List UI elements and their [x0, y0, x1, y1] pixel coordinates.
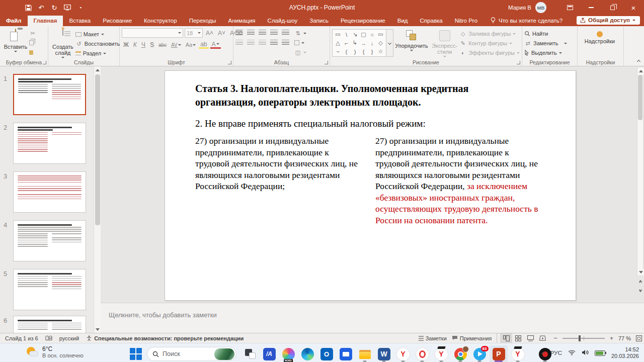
thumbnail-preview[interactable] — [13, 123, 86, 164]
addins-button[interactable]: Надстройки — [580, 28, 620, 45]
clock[interactable]: 14:52 20.03.2026 — [611, 346, 639, 359]
save-icon[interactable] — [24, 4, 32, 12]
bullets-icon[interactable] — [235, 30, 243, 36]
arc-shape-icon[interactable]: ( — [342, 47, 351, 56]
italic-button[interactable]: К — [132, 41, 138, 49]
quick-styles-button[interactable]: Экспресс-стили — [430, 28, 459, 58]
undo-icon[interactable]: ↶ — [37, 4, 45, 12]
bold-button[interactable]: Ж — [122, 41, 130, 49]
paragraph-dialog-launcher[interactable] — [325, 61, 328, 64]
customize-qat-icon[interactable]: ▪ — [76, 4, 85, 12]
scroll-down-icon[interactable] — [637, 268, 644, 276]
replace-button[interactable]: ⇄Заменить — [524, 39, 567, 47]
ms-store-taskbar-button[interactable] — [337, 345, 355, 362]
volume-icon[interactable] — [582, 349, 589, 356]
thumbnail-scroll-down-icon[interactable] — [94, 326, 101, 333]
highlight-color-icon[interactable]: ab — [199, 41, 208, 49]
new-slide-button[interactable]: Создать слайд — [50, 28, 75, 59]
arrange-button[interactable]: Упорядочить — [393, 28, 430, 52]
shape-outline-button[interactable]: ✎Контур фигуры — [459, 39, 520, 47]
ribbon-tab-1[interactable]: Файл — [0, 16, 28, 26]
ribbon-tab-13[interactable]: Nitro Pro — [449, 16, 484, 26]
reset-button[interactable]: ↺Восстановить — [75, 40, 120, 48]
yandex-edu-2-taskbar-button[interactable]: Y — [509, 345, 527, 362]
ribbon-display-options-icon[interactable] — [559, 0, 581, 15]
spell-check-icon[interactable] — [45, 335, 52, 341]
close-button[interactable]: × — [623, 0, 644, 15]
wifi-icon[interactable] — [568, 350, 576, 356]
tray-overflow-icon[interactable] — [542, 350, 544, 356]
task-view-taskbar-button[interactable] — [241, 345, 259, 362]
select-button[interactable]: Выделить — [524, 49, 567, 57]
convert-smartart-button[interactable]: ◫ — [294, 48, 306, 56]
telegram-taskbar-button[interactable]: 83 — [470, 345, 489, 362]
zoom-slider[interactable] — [562, 338, 605, 339]
font-color-icon[interactable]: A — [210, 41, 221, 49]
elbow-connector-shape-icon[interactable]: ⌐ — [342, 39, 351, 47]
find-button[interactable]: Найти — [524, 30, 567, 38]
increase-font-icon[interactable]: A˄ — [204, 29, 215, 37]
slide-vertical-scrollbar[interactable] — [637, 67, 643, 276]
slide-subtitle[interactable]: 2. Не вправе применять специальный налог… — [195, 118, 547, 129]
next-slide-button[interactable] — [637, 287, 643, 293]
shape-fill-button[interactable]: ◇Заливка фигуры — [459, 30, 520, 38]
decrease-font-icon[interactable]: A˅ — [216, 29, 227, 37]
paste-button[interactable]: Вставить — [2, 28, 29, 53]
tell-me-box[interactable]: Что вы хотите сделать? — [484, 15, 568, 26]
minimize-button[interactable] — [581, 0, 602, 15]
underline-button[interactable]: Ч — [140, 41, 147, 49]
line-shape-icon[interactable]: \ — [342, 30, 351, 39]
file-explorer-taskbar-button[interactable] — [356, 345, 374, 362]
triangle-shape-icon[interactable]: △ — [334, 39, 342, 47]
ribbon-tab-8[interactable]: Слайд-шоу — [262, 16, 304, 26]
slide-left-column[interactable]: 27) организации и индивидуальные предпри… — [195, 135, 363, 192]
account-avatar[interactable]: МВ — [535, 2, 546, 13]
account-name[interactable]: Мария В — [508, 5, 531, 11]
slide-editor[interactable]: Статья 3. Налогоплательщики. Уполномочен… — [165, 70, 576, 301]
ribbon-tab-4[interactable]: Рисование — [97, 16, 138, 26]
align-center-icon[interactable] — [247, 40, 255, 46]
slide-title[interactable]: Статья 3. Налогоплательщики. Уполномочен… — [195, 82, 522, 109]
thumbnail-panel-scrollbar[interactable] — [94, 66, 101, 333]
collapse-ribbon-icon[interactable] — [637, 60, 640, 63]
text-direction-button[interactable]: ⇅ — [294, 29, 306, 37]
battery-icon[interactable] — [595, 350, 605, 356]
ribbon-tab-9[interactable]: Запись — [303, 16, 335, 26]
slide-right-column[interactable]: 27) организации и индивидуальные предпри… — [375, 135, 543, 226]
share-button[interactable]: Общий доступ — [577, 16, 640, 25]
thumbnail-scroll-up-icon[interactable] — [94, 66, 101, 73]
accessibility-checker[interactable]: Специальные возможности: проверьте реком… — [86, 335, 244, 341]
ribbon-tab-6[interactable]: Переходы — [183, 16, 222, 26]
shapes-gallery-more-icon[interactable] — [386, 29, 393, 57]
notes-pane[interactable]: Щелкните, чтобы добавить заметки — [101, 303, 644, 333]
powerpoint-taskbar-button[interactable]: P — [490, 345, 508, 362]
ribbon-tab-2[interactable]: Главная — [28, 16, 63, 26]
thumbnail-preview[interactable] — [13, 269, 86, 310]
zoom-out-icon[interactable]: − — [553, 334, 557, 342]
shape-effects-button[interactable]: ◐Эффекты фигуры — [459, 49, 520, 57]
restore-button[interactable] — [602, 0, 623, 15]
line-arrow-shape-icon[interactable]: ↘ — [351, 30, 359, 39]
elbow-arrow-shape-icon[interactable]: ↳ — [351, 39, 359, 47]
left-brace-shape-icon[interactable]: { — [359, 47, 368, 56]
right-arrow-shape-icon[interactable]: → — [359, 39, 368, 47]
curve-shape-icon[interactable]: ) — [351, 47, 359, 56]
reading-view-button[interactable] — [524, 333, 536, 343]
notes-placeholder[interactable]: Щелкните, чтобы добавить заметки — [101, 303, 644, 319]
m365-copilot-taskbar-button[interactable]: M365 — [279, 345, 297, 362]
text-shadow-button[interactable]: S — [148, 41, 155, 49]
oval-shape-icon[interactable]: ○ — [368, 30, 376, 39]
ribbon-tab-10[interactable]: Рецензирование — [335, 16, 391, 26]
align-text-button[interactable] — [294, 39, 306, 47]
app-ia-taskbar-button[interactable]: /A — [260, 345, 278, 362]
zoom-in-icon[interactable]: + — [610, 335, 613, 342]
font-dialog-launcher[interactable] — [228, 61, 231, 64]
edge-taskbar-button[interactable] — [298, 345, 316, 362]
language-indicator[interactable]: русский — [59, 335, 79, 341]
strikethrough-button[interactable]: abc — [157, 42, 168, 48]
cut-icon[interactable]: ✂ — [29, 29, 36, 37]
previous-slide-button[interactable] — [637, 279, 643, 285]
font-name-combo[interactable] — [122, 28, 183, 38]
decrease-indent-icon[interactable] — [259, 30, 266, 36]
chrome-taskbar-button[interactable] — [451, 345, 469, 362]
